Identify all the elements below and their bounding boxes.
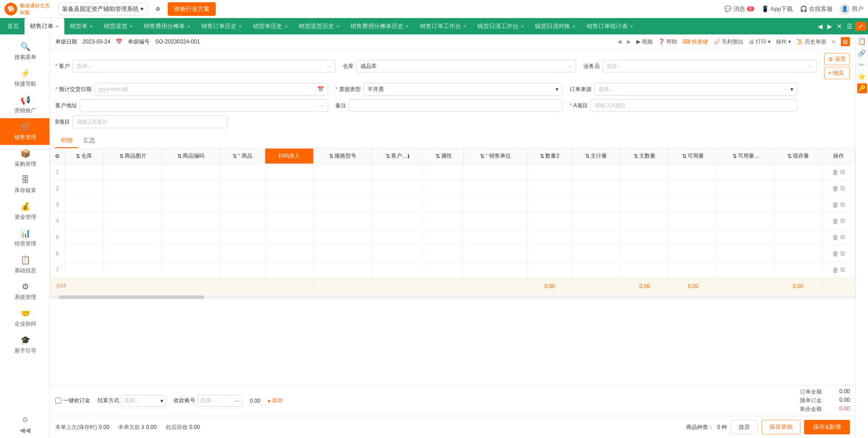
remark-input[interactable] (349, 99, 563, 112)
th-spec[interactable]: ⇅规格型号 (314, 149, 372, 164)
scrollbar-thumb[interactable] (59, 295, 204, 299)
tab-daily-account[interactable]: 钱货日清对账 ✕ (529, 18, 581, 34)
message-item[interactable]: 💬 消息 6 (724, 5, 754, 13)
toolbar-layout-icon2[interactable]: ⊞ (841, 37, 850, 46)
row-copy-btn[interactable]: ⧉ (840, 233, 845, 241)
th-qty2[interactable]: ⇅数量2 (528, 149, 572, 164)
close-icon[interactable]: ✕ (55, 24, 59, 29)
th-image[interactable]: ⇅商品图片 (103, 149, 161, 164)
invoice-type-select[interactable]: 不开票 ▾ (364, 83, 563, 96)
tab-workbench[interactable]: 销售订单工作台 ✕ (414, 18, 472, 34)
calendar-icon[interactable]: 📅 (116, 39, 122, 45)
close-icon[interactable]: ✕ (630, 24, 633, 29)
tab-invoice-history[interactable]: 销货单历史 ✕ (247, 18, 293, 34)
row-copy-btn[interactable]: ⧉ (840, 184, 845, 192)
sidebar-item-purchase[interactable]: 📦 采购管理 (0, 145, 49, 172)
online-service-item[interactable]: 🎧 在线客服 (800, 5, 833, 13)
tab-daily-workbench[interactable]: 钱货日清工作台 ✕ (472, 18, 529, 34)
close-icon[interactable]: ✕ (284, 24, 288, 29)
th-main-unit[interactable]: ⇅主计量 (572, 149, 621, 164)
user-item[interactable]: 👤 用户 (840, 4, 863, 14)
sidebar-item-collab[interactable]: 🤝 企业协同 (0, 305, 49, 332)
account-more-icon[interactable]: ··· (235, 398, 239, 404)
sidebar-item-inventory[interactable]: 🗄 库存核算 (0, 172, 49, 198)
row-copy-btn[interactable]: ⧉ (840, 168, 845, 176)
tab-sales-stats[interactable]: 销售订单统计表 ✕ (581, 18, 639, 34)
th-attributes[interactable]: ⇅属性 (424, 149, 463, 164)
th-available2[interactable]: ⇅可用量... (718, 149, 774, 164)
th-warehouse[interactable]: ⇅仓库 (65, 149, 104, 164)
address-more-icon[interactable]: ··· (320, 102, 324, 109)
view-video-btn[interactable]: ▶ 视频 (636, 38, 653, 46)
history-btn[interactable]: 📜 历史单据 (796, 38, 826, 46)
th-product[interactable]: ⇅商品 (220, 149, 265, 164)
sidebar-item-marketing[interactable]: 📢 营销推广 (0, 91, 49, 118)
solution-button[interactable]: 体验行业方案 (168, 2, 216, 16)
row-delete-btn[interactable]: 🗑 (832, 185, 839, 192)
warehouse-more-icon[interactable]: ··· (567, 63, 572, 69)
tab-sales-order[interactable]: 销售订单 ✕ (24, 18, 64, 34)
th-code[interactable]: ⇅商品编码 (162, 149, 220, 164)
operation-btn[interactable]: 操作 ▾ (776, 38, 791, 46)
b-project-input[interactable]: 请输入B项目 (73, 116, 228, 128)
app-download-item[interactable]: 📱 App下载 (761, 5, 793, 13)
row-copy-btn[interactable]: ⧉ (840, 250, 845, 257)
add-item-btn[interactable]: ● 添加 (267, 397, 282, 404)
row-delete-btn[interactable]: 🗑 (832, 168, 839, 176)
close-icon[interactable]: ✕ (405, 24, 409, 29)
row-delete-btn[interactable]: 🗑 (832, 250, 839, 257)
row-delete-btn[interactable]: 🗑 (832, 234, 839, 241)
rp-icon-2[interactable]: 🔗 (857, 48, 867, 58)
salesperson-input[interactable]: 选择... ··· (602, 60, 817, 72)
close-icon[interactable]: ✕ (89, 24, 93, 29)
one-click-checkbox-input[interactable] (55, 398, 61, 404)
th-available[interactable]: ⇅可用量 (669, 149, 718, 164)
address-input[interactable]: ··· (80, 99, 328, 112)
nav-close-icon[interactable]: ✕ (835, 22, 844, 31)
th-unit[interactable]: ⇅销售单位 (463, 149, 528, 164)
nav-next-icon[interactable]: ▶ (825, 22, 834, 31)
sidebar-item-operations[interactable]: 📊 经营管理 (0, 225, 49, 251)
settings-btn[interactable]: ⚙ 设置 (824, 53, 850, 65)
tab-expense-history[interactable]: 销售费用分摊单历史 ✕ (345, 18, 414, 34)
calendar-icon[interactable]: 📅 (317, 86, 324, 92)
sidebar-settings-icon[interactable]: ⚙ (22, 415, 28, 424)
payment-select[interactable]: 选择... ▾ (121, 395, 166, 407)
sidebar-collapse-icon[interactable]: ◀◀ (19, 426, 30, 434)
sidebar-item-base-info[interactable]: 📋 基础信息 (0, 251, 49, 278)
tab-sales-invoice[interactable]: 销货单 ✕ (64, 18, 98, 34)
toolbar-action-nav-next[interactable]: ▶ (627, 39, 631, 45)
row-copy-btn[interactable]: ⧉ (840, 201, 845, 208)
th-customer-code[interactable]: ⇅客户...ℹ (372, 149, 424, 164)
tab-sales-expense[interactable]: 销售费用分摊单 ✕ (138, 18, 196, 34)
a-project-input[interactable]: 请输入A项目 (591, 99, 797, 112)
toolbar-action-nav-prev[interactable]: ◀ (617, 39, 621, 45)
close-icon[interactable]: ✕ (129, 24, 133, 29)
rp-icon-4[interactable]: ⭐ (857, 72, 867, 82)
row-copy-btn[interactable]: ⧉ (840, 217, 845, 225)
sidebar-item-search[interactable]: 🔍 搜索菜单 (0, 38, 49, 65)
warehouse-input[interactable]: 成品库 ··· (356, 60, 576, 72)
row-delete-btn[interactable]: 🗑 (832, 217, 839, 225)
sidebar-item-system[interactable]: ⚙ 系统管理 (0, 278, 49, 305)
row-delete-btn[interactable]: 🗑 (832, 201, 839, 208)
tab-home[interactable]: 首页 (2, 18, 24, 34)
order-source-select[interactable]: 选择... ▾ (594, 83, 797, 96)
settings-icon[interactable]: ⚙ (151, 3, 164, 15)
th-scan[interactable]: 扫码录入 (265, 149, 314, 164)
rp-icon-5[interactable]: 🔑 (857, 83, 867, 93)
th-stock[interactable]: ⇅现存量 (774, 149, 822, 164)
sidebar-item-quick-nav[interactable]: ⚡ 快捷导航 (0, 65, 49, 91)
sidebar-item-guide[interactable]: 🎓 新手引导 (0, 332, 49, 358)
save-new-button[interactable]: 保存&新增 (804, 420, 850, 434)
shortcut-btn[interactable]: ⌨ 快捷键 (683, 38, 708, 46)
nav-menu-icon[interactable]: ☰ (845, 22, 854, 31)
close-icon[interactable]: ✕ (238, 24, 242, 29)
close-icon[interactable]: ✕ (336, 24, 339, 29)
profit-btn[interactable]: 📈 毛利预估 (713, 38, 743, 46)
one-click-checkbox[interactable]: 一键收订金 (55, 397, 90, 404)
tab-detail[interactable]: 明细 (55, 134, 78, 148)
print-btn[interactable]: 🖨 打印 ▾ (749, 38, 771, 46)
tab-summary[interactable]: 汇总 (78, 134, 101, 148)
rp-icon-3[interactable]: ✏ (857, 60, 867, 70)
